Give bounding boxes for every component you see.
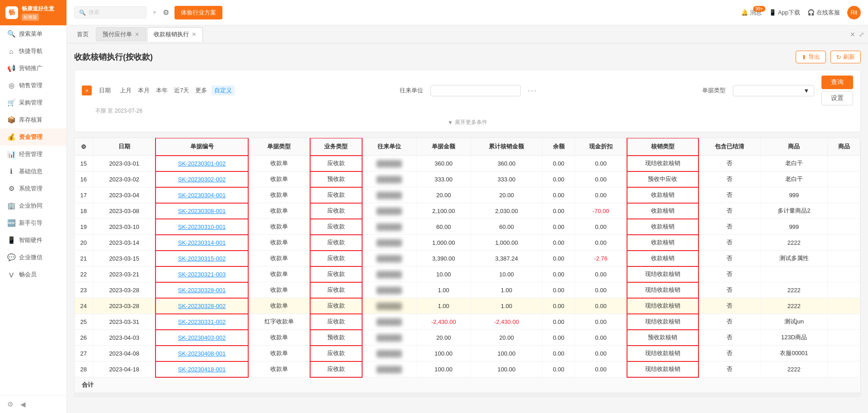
col-verified[interactable]: 累计核销金额 <box>471 138 542 156</box>
col-date[interactable]: 日期 <box>93 138 156 156</box>
cell-no: 23 <box>75 282 93 298</box>
cell-docno[interactable]: SK-20230321-003 <box>156 266 248 282</box>
tab-prepay-close[interactable]: ✕ <box>135 31 139 38</box>
cell-amount: 100.00 <box>416 346 471 361</box>
date-btn-more[interactable]: 更多 <box>193 85 209 95</box>
industry-btn[interactable]: 体验行业方案 <box>175 6 222 19</box>
date-btn-7days[interactable]: 近7天 <box>172 85 191 95</box>
query-btn[interactable]: 查询 <box>821 76 853 89</box>
unit-filter-input[interactable] <box>430 85 521 96</box>
cell-docno[interactable]: SK-20230308-001 <box>156 203 248 219</box>
cell-docno[interactable]: SK-20230403-002 <box>156 330 248 346</box>
cell-docno[interactable]: SK-20230328-002 <box>156 298 248 314</box>
sidebar-item-marketing[interactable]: 📢 营销推广 <box>0 60 66 77</box>
settings-btn[interactable]: 设置 <box>821 91 853 105</box>
export-icon: ⬆ <box>802 54 807 61</box>
tab-close-all-icon[interactable]: ✕ <box>850 31 855 38</box>
col-doctype[interactable]: 单据类型 <box>248 138 310 156</box>
cell-docno[interactable]: SK-20230302-002 <box>156 171 248 187</box>
export-btn[interactable]: ⬆ 导出 <box>796 51 826 63</box>
cell-docno[interactable]: SK-20230304-001 <box>156 187 248 203</box>
col-discount[interactable]: 现金折扣 <box>575 138 627 156</box>
sidebar-item-sales[interactable]: ◎ 销售管理 <box>0 77 66 94</box>
table-row[interactable]: 16 2023-03-02 SK-20230302-002 收款单 预收款 ██… <box>75 171 860 187</box>
table-row[interactable]: 22 2023-03-21 SK-20230321-003 收款单 应收款 ██… <box>75 266 860 282</box>
cell-unit: ██████ <box>362 346 417 361</box>
topbar-dropdown[interactable]: ▼ <box>152 9 157 16</box>
col-docno[interactable]: 单据编号 <box>156 138 248 156</box>
col-product2[interactable]: 商品 <box>828 138 860 156</box>
expand-conditions-btn[interactable]: ▼ 展开更多条件 <box>448 119 487 126</box>
col-gear[interactable]: ⚙ <box>75 138 93 156</box>
col-verifytype[interactable]: 核销类型 <box>627 138 698 156</box>
cell-docno[interactable]: SK-20230301-002 <box>156 156 248 171</box>
topbar-search-box[interactable]: 🔍 搜索 <box>74 6 146 19</box>
service-btn[interactable]: 🎧 在线客服 <box>807 9 840 17</box>
cell-product2 <box>828 171 860 187</box>
date-btn-this-month[interactable]: 本月 <box>136 85 151 95</box>
table-row[interactable]: 24 2023-03-28 SK-20230328-002 收款单 应收款 ██… <box>75 298 860 314</box>
sidebar-item-finance[interactable]: 💰 资金管理 <box>0 128 66 146</box>
table-row[interactable]: 20 2023-03-14 SK-20230314-001 收款单 应收款 ██… <box>75 235 860 251</box>
table-row[interactable]: 25 2023-03-31 SK-20230331-002 红字收款单 应收款 … <box>75 314 860 330</box>
cell-docno[interactable]: SK-20230314-001 <box>156 235 248 251</box>
cell-amount: -2,430.00 <box>416 314 471 330</box>
table-row[interactable]: 19 2023-03-10 SK-20230310-001 收款单 应收款 ██… <box>75 219 860 235</box>
tab-receipt[interactable]: 收款核销执行 ✕ <box>147 27 203 42</box>
sidebar-item-system[interactable]: ⚙ 系统管理 <box>0 180 66 197</box>
date-btn-last-month[interactable]: 上月 <box>118 85 133 95</box>
sidebar-item-enterprise[interactable]: 🏢 企业协同 <box>0 197 66 214</box>
sidebar-item-basic[interactable]: ℹ 基础信息 <box>0 163 66 180</box>
table-row[interactable]: 28 2023-04-18 SK-20230418-001 收款单 应收款 ██… <box>75 361 860 377</box>
table-row[interactable]: 15 2023-03-01 SK-20230301-002 收款单 应收款 ██… <box>75 156 860 171</box>
tab-receipt-close[interactable]: ✕ <box>192 31 196 38</box>
table-scrollbar[interactable] <box>75 393 860 396</box>
date-btn-this-year[interactable]: 本年 <box>154 85 170 95</box>
cell-docno[interactable]: SK-20230310-001 <box>156 219 248 235</box>
cell-docno[interactable]: SK-20230408-001 <box>156 346 248 361</box>
gear-icon[interactable]: ⚙ <box>163 8 169 17</box>
app-download-btn[interactable]: 📱 App下载 <box>769 9 800 17</box>
cell-docno[interactable]: SK-20230331-002 <box>156 314 248 330</box>
sidebar-item-inventory[interactable]: 📦 库存核算 <box>0 111 66 128</box>
sidebar-item-search[interactable]: 🔍 搜索菜单 <box>0 25 66 43</box>
table-row[interactable]: 21 2023-03-15 SK-20230315-002 收款单 应收款 ██… <box>75 251 860 266</box>
col-biztype[interactable]: 业务类型 <box>310 138 362 156</box>
cell-docno[interactable]: SK-20230315-002 <box>156 251 248 266</box>
tab-expand-icon[interactable]: ⤢ <box>859 31 864 38</box>
date-btn-custom[interactable]: 自定义 <box>212 85 235 95</box>
receipt-type-select[interactable]: ▼ <box>733 85 814 96</box>
filter-toggle-btn[interactable]: » <box>82 85 92 95</box>
notify-btn[interactable]: 🔔 消息 99+ <box>741 9 762 17</box>
settings-footer-icon[interactable]: ⚙ <box>7 400 13 408</box>
sidebar-item-guide[interactable]: 🆕 新手引导 <box>0 214 66 232</box>
sidebar-item-quick[interactable]: ⌂ 快捷导航 <box>0 43 66 60</box>
sidebar-item-purchase[interactable]: 🛒 采购管理 <box>0 94 66 111</box>
collapse-icon[interactable]: ◀ <box>20 400 26 408</box>
col-balance[interactable]: 余额 <box>542 138 575 156</box>
cell-verifytype: 现结收款核销 <box>627 361 698 377</box>
sidebar-item-hardware[interactable]: 📱 智能硬件 <box>0 232 66 249</box>
table-row[interactable]: 18 2023-03-08 SK-20230308-001 收款单 应收款 ██… <box>75 203 860 219</box>
user-avatar[interactable]: Rit <box>847 6 861 19</box>
cell-unit: ██████ <box>362 235 417 251</box>
tab-prepay[interactable]: 预付应付单 ✕ <box>96 27 146 42</box>
col-product1[interactable]: 商品 <box>760 138 828 156</box>
filter-dots[interactable]: ··· <box>528 86 538 95</box>
tab-home[interactable]: 首页 <box>71 27 95 42</box>
col-unit[interactable]: 往来单位 <box>362 138 417 156</box>
cell-docno[interactable]: SK-20230328-001 <box>156 282 248 298</box>
col-amount[interactable]: 单据金额 <box>416 138 471 156</box>
sidebar-item-wechat[interactable]: 💬 企业微信 <box>0 249 66 266</box>
cell-product2 <box>828 156 860 171</box>
table-row[interactable]: 27 2023-04-08 SK-20230408-001 收款单 应收款 ██… <box>75 346 860 361</box>
cell-product2 <box>828 235 860 251</box>
table-row[interactable]: 17 2023-03-04 SK-20230304-001 收款单 应收款 ██… <box>75 187 860 203</box>
sidebar-item-member[interactable]: V 畅会员 <box>0 266 66 283</box>
sidebar-item-operations[interactable]: 📊 经营管理 <box>0 146 66 163</box>
cell-docno[interactable]: SK-20230418-001 <box>156 361 248 377</box>
col-included[interactable]: 包含已结清 <box>698 138 760 156</box>
refresh-btn[interactable]: ↻ 刷新 <box>830 51 861 63</box>
table-row[interactable]: 23 2023-03-28 SK-20230328-001 收款单 应收款 ██… <box>75 282 860 298</box>
table-row[interactable]: 26 2023-04-03 SK-20230403-002 收款单 预收款 ██… <box>75 330 860 346</box>
